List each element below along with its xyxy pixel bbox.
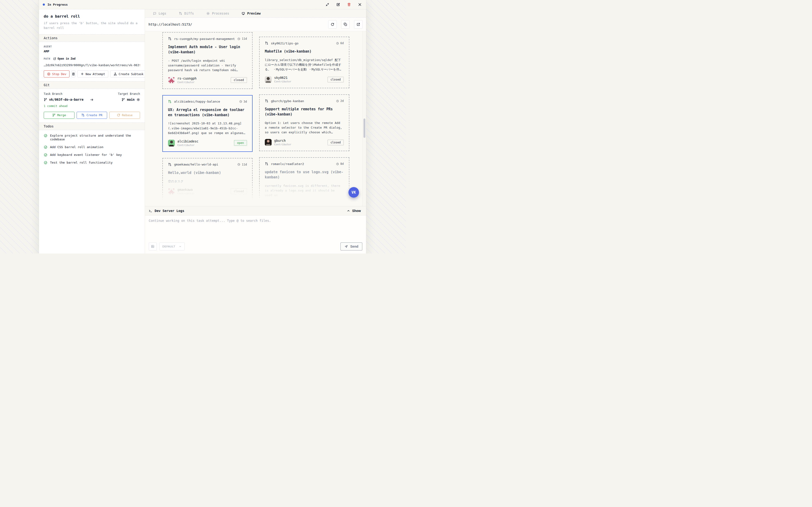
author-name: gmaekawa — [177, 188, 195, 191]
card-title: UX: Arregla el responsive de toolbar en … — [168, 108, 247, 118]
edit-icon — [336, 3, 340, 7]
tab-logs-label: Logs — [159, 11, 166, 15]
vibe-kanban-fab[interactable]: VK — [348, 187, 359, 198]
copy-url-button[interactable] — [341, 20, 350, 29]
edit-button[interactable] — [336, 2, 341, 7]
task-branch-chip: vk/063f-do-a-barre — [44, 98, 84, 101]
todo-text: Test the barrel roll functionality — [50, 161, 112, 165]
todo-text: Explore project structure and understand… — [50, 134, 140, 142]
card-footer: sky0621 Contributor closed — [265, 76, 344, 83]
composer: DEFAULT Send — [145, 215, 366, 253]
message-input[interactable] — [149, 219, 362, 237]
task-card[interactable]: sky0621/tips-go 6d Makefile (vibe-kanban… — [259, 37, 349, 88]
kanban-column: sky0621/tips-go 6d Makefile (vibe-kanban… — [259, 31, 349, 203]
url-bar: http://localhost:5173/ — [145, 17, 366, 31]
delete-button[interactable] — [347, 2, 352, 7]
task-description: if users press the 'b' button, the site … — [44, 21, 140, 30]
todo-item: Explore project structure and understand… — [44, 134, 140, 142]
agent-label: AGENT — [44, 45, 140, 48]
todo-text: Add CSS barrel roll animation — [50, 145, 103, 149]
task-title: do a barrel roll — [44, 14, 140, 18]
card-footer: gmaekawa Contributor closed — [168, 188, 247, 195]
branch-settings-gear-icon[interactable] — [137, 98, 140, 101]
card-repo: gmaekawa/hello-world-api — [174, 163, 218, 166]
panel-header: In Progress — [39, 0, 366, 9]
kanban-column: rs-cuongph/my-password-management 11d Im… — [162, 31, 253, 200]
tab-logs[interactable]: Logs — [152, 11, 168, 15]
arrow-right-icon — [90, 92, 94, 102]
create-pr-label: Create PR — [87, 113, 102, 117]
todo-item: Test the barrel roll functionality — [44, 161, 140, 165]
dev-server-logs-bar[interactable]: Dev Server Logs Show — [145, 206, 366, 215]
todo-item: Add CSS barrel roll animation — [44, 145, 140, 149]
task-card[interactable]: gmaekawa/hello-world-api 11d Hello,world… — [162, 158, 253, 200]
card-title: Support multiple remotes for PRs (vibe-k… — [265, 107, 344, 117]
card-repo-row: gmaekawa/hello-world-api 11d — [168, 163, 247, 166]
tab-diffs[interactable]: Diffs — [177, 11, 196, 15]
card-title: update favicon to use logo.svg (vibe-kan… — [265, 170, 344, 180]
send-button[interactable]: Send — [341, 242, 362, 250]
status-dot — [43, 3, 45, 6]
refresh-button[interactable] — [328, 20, 337, 29]
tab-processes[interactable]: Processes — [205, 11, 231, 15]
subtask-icon — [113, 72, 117, 76]
tab-preview[interactable]: Preview — [240, 11, 262, 15]
card-age-value: 3d — [244, 100, 247, 103]
monitor-icon — [242, 12, 245, 15]
dev-logs-button[interactable] — [71, 70, 75, 77]
author-name: alcibiadesc — [177, 139, 198, 143]
todos-list: Explore project structure and understand… — [39, 130, 145, 172]
refresh-icon — [331, 22, 334, 26]
avatar — [265, 76, 271, 83]
rebase-button[interactable]: Rebase — [109, 112, 140, 119]
close-button[interactable] — [357, 2, 362, 7]
new-attempt-button[interactable]: New Attempt — [77, 70, 108, 77]
minimize-button[interactable] — [325, 2, 330, 7]
tab-diffs-label: Diffs — [185, 11, 194, 15]
create-subtask-button[interactable]: Create Subtask — [110, 70, 145, 77]
clock-icon — [336, 162, 339, 165]
git-branch-icon — [44, 98, 47, 101]
status-badge: closed — [231, 77, 247, 83]
pull-request-icon — [265, 99, 268, 103]
path-label: PATH — [44, 58, 50, 60]
status-badge: closed — [327, 77, 344, 82]
card-repo-row: romanlv/readlater2 8d — [265, 162, 344, 166]
author-name: sky0621 — [274, 76, 291, 79]
minimize-icon — [325, 3, 329, 7]
card-age: 3d — [239, 100, 247, 103]
copy-icon — [344, 22, 347, 26]
clock-icon — [237, 37, 240, 40]
stop-dev-button[interactable]: Stop Dev — [44, 70, 69, 77]
task-branch-name: vk/063f-do-a-barre — [49, 98, 84, 101]
attach-image-button[interactable] — [149, 242, 157, 250]
open-in-zed-link[interactable]: Open in Zed — [53, 57, 75, 60]
card-repo: gburch/gybe-kanban — [271, 99, 304, 103]
task-card[interactable]: rs-cuongph/my-password-management 11d Im… — [162, 32, 253, 89]
card-repo-row: sky0621/tips-go 6d — [265, 41, 344, 45]
url-input[interactable]: http://localhost:5173/ — [149, 22, 328, 26]
model-select[interactable]: DEFAULT — [159, 242, 185, 250]
task-card[interactable]: romanlv/readlater2 8d update favicon to … — [259, 157, 349, 203]
git-section: Task Branch vk/063f-do-a-barre 1 commit … — [39, 89, 145, 122]
git-section-header: Git — [39, 81, 145, 89]
merge-button[interactable]: Merge — [44, 112, 74, 119]
card-description: ![screenshot 2025-10-03 at 13.13.48.png]… — [168, 121, 247, 135]
show-logs-button[interactable]: Show — [345, 209, 362, 213]
logs-scroll-icon — [72, 72, 75, 76]
pull-request-icon — [81, 113, 85, 117]
open-in-zed-label: Open in Zed — [58, 57, 75, 60]
task-card[interactable]: alcibiadesc/happy-balance 3d UX: Arregla… — [162, 95, 253, 152]
chevron-up-icon — [347, 209, 350, 213]
card-title: Implement Auth module - User login (vibe… — [168, 45, 247, 55]
card-author: rs-cuongph Contributor — [177, 76, 196, 84]
card-repo: alcibiadesc/happy-balance — [174, 100, 220, 103]
chat-icon — [153, 12, 156, 15]
task-card[interactable]: gburch/gybe-kanban 2d Support multiple r… — [259, 94, 349, 151]
create-pr-button[interactable]: Create PR — [77, 112, 107, 119]
preview-scrollbar-thumb[interactable] — [363, 119, 365, 138]
card-description: currently favicon.svg is different, ther… — [265, 183, 344, 198]
pull-request-icon — [168, 163, 172, 166]
open-external-button[interactable] — [354, 20, 362, 29]
target-branch-label: Target Branch — [94, 92, 140, 96]
